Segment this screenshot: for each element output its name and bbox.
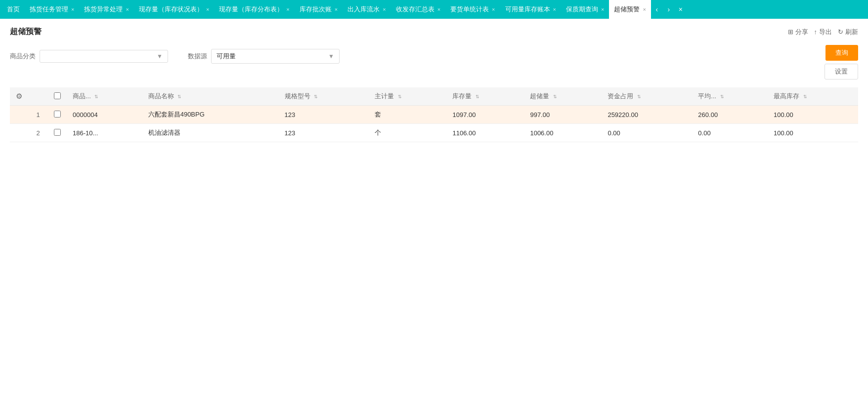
row-checkbox[interactable] xyxy=(54,111,61,118)
sort-icon[interactable]: ⇅ xyxy=(720,94,724,99)
datasource-filter: 数据源 可用量 ▼ xyxy=(188,49,340,64)
close-icon[interactable]: × xyxy=(335,6,338,12)
header-actions: ⊞ 分享 ↑ 导出 ↻ 刷新 xyxy=(788,28,859,37)
page-header: 超储预警 ⊞ 分享 ↑ 导出 ↻ 刷新 xyxy=(10,27,858,37)
sort-icon[interactable]: ⇅ xyxy=(476,94,479,99)
nav-tab-inventory-dist[interactable]: 现存量（库存分布表） × xyxy=(214,0,294,19)
row-spec: 123 xyxy=(279,106,369,124)
nav-tab-flow[interactable]: 出入库流水 × xyxy=(343,0,391,19)
row-stock: 1106.00 xyxy=(446,124,524,142)
chevron-down-icon: ▼ xyxy=(328,53,334,60)
close-icon[interactable]: × xyxy=(437,6,440,12)
close-icon[interactable]: × xyxy=(206,6,209,12)
nav-tab-summary[interactable]: 收发存汇总表 × xyxy=(391,0,445,19)
row-stock: 1097.00 xyxy=(446,106,524,124)
share-icon: ⊞ xyxy=(788,28,793,36)
row-product-name: 六配套新昌490BPG xyxy=(142,106,279,124)
close-icon[interactable]: × xyxy=(643,6,646,12)
gear-icon[interactable]: ⚙ xyxy=(16,92,22,100)
nav-tab-available[interactable]: 可用量库存账本 × xyxy=(500,0,561,19)
sort-icon[interactable]: ⇅ xyxy=(94,94,98,99)
th-over-stock: 超储量 ⇅ xyxy=(524,87,602,106)
row-over-stock: 997.00 xyxy=(524,106,602,124)
nav-tab-overstock[interactable]: 超储预警 × xyxy=(609,0,651,19)
export-icon: ↑ xyxy=(814,28,818,36)
row-check xyxy=(48,124,67,142)
sort-icon[interactable]: ⇅ xyxy=(398,94,402,99)
category-select[interactable]: ▼ xyxy=(40,50,168,63)
row-product-code: 186-10... xyxy=(67,124,142,142)
row-gear xyxy=(10,106,28,124)
th-num xyxy=(28,87,48,106)
datasource-select[interactable]: 可用量 ▼ xyxy=(211,49,340,64)
row-capital: 0.00 xyxy=(602,124,692,142)
page-content: 超储预警 ⊞ 分享 ↑ 导出 ↻ 刷新 商品分类 ▼ xyxy=(0,19,868,395)
th-gear: ⚙ xyxy=(10,87,28,106)
nav-tab-inventory-status[interactable]: 现存量（库存状况表） × xyxy=(134,0,214,19)
th-max-stock: 最高库存 ⇅ xyxy=(768,87,858,106)
nav-tab-home[interactable]: 首页 xyxy=(2,0,25,19)
nav-tab-requisition[interactable]: 要货单统计表 × xyxy=(445,0,500,19)
share-button[interactable]: ⊞ 分享 xyxy=(788,28,808,37)
close-icon[interactable]: × xyxy=(553,6,556,12)
th-stock: 库存量 ⇅ xyxy=(446,87,524,106)
nav-tab-expiry[interactable]: 保质期查询 × xyxy=(561,0,609,19)
th-check xyxy=(48,87,67,106)
sort-icon[interactable]: ⇅ xyxy=(637,94,641,99)
page-title: 超储预警 xyxy=(10,27,42,37)
th-avg: 平均... ⇅ xyxy=(692,87,768,106)
datasource-label: 数据源 xyxy=(188,52,207,61)
sort-icon[interactable]: ⇅ xyxy=(177,94,181,99)
row-max-stock: 100.00 xyxy=(768,106,858,124)
row-avg: 260.00 xyxy=(692,106,768,124)
close-icon[interactable]: × xyxy=(383,6,386,12)
nav-close-arrow[interactable]: × xyxy=(675,0,687,19)
nav-tab-exception[interactable]: 拣货异常处理 × xyxy=(79,0,133,19)
row-max-stock: 100.00 xyxy=(768,124,858,142)
nav-next-arrow[interactable]: › xyxy=(663,0,675,19)
refresh-button[interactable]: ↻ 刷新 xyxy=(838,28,858,37)
close-icon[interactable]: × xyxy=(286,6,289,12)
close-icon[interactable]: × xyxy=(601,6,604,12)
row-over-stock: 1006.00 xyxy=(524,124,602,142)
nav-tab-batch[interactable]: 库存批次账 × xyxy=(295,0,343,19)
row-unit: 个 xyxy=(369,124,446,142)
row-product-name: 机油滤清器 xyxy=(142,124,279,142)
settings-button[interactable]: 设置 xyxy=(825,64,858,79)
th-spec: 规格型号 ⇅ xyxy=(279,87,369,106)
datasource-value: 可用量 xyxy=(217,52,236,61)
refresh-icon: ↻ xyxy=(838,28,843,36)
close-icon[interactable]: × xyxy=(71,6,74,12)
table-row: 1 0000004 六配套新昌490BPG 123 套 1097.00 997.… xyxy=(10,106,858,124)
select-all-checkbox[interactable] xyxy=(54,92,61,99)
top-nav: 首页 拣货任务管理 × 拣货异常处理 × 现存量（库存状况表） × 现存量（库存… xyxy=(0,0,868,19)
chevron-down-icon: ▼ xyxy=(157,53,163,60)
th-product-code: 商品... ⇅ xyxy=(67,87,142,106)
close-icon[interactable]: × xyxy=(492,6,495,12)
sort-icon[interactable]: ⇅ xyxy=(553,94,557,99)
sort-icon[interactable]: ⇅ xyxy=(314,94,318,99)
export-button[interactable]: ↑ 导出 xyxy=(814,28,832,37)
nav-prev-arrow[interactable]: ‹ xyxy=(651,0,663,19)
th-unit: 主计量 ⇅ xyxy=(369,87,446,106)
row-unit: 套 xyxy=(369,106,446,124)
row-product-code: 0000004 xyxy=(67,106,142,124)
query-button[interactable]: 查询 xyxy=(825,45,858,61)
data-table: ⚙ 商品... ⇅ 商品名称 ⇅ 规格型号 ⇅ xyxy=(10,87,858,142)
row-gear xyxy=(10,124,28,142)
sort-icon[interactable]: ⇅ xyxy=(803,94,807,99)
th-capital: 资金占用 ⇅ xyxy=(602,87,692,106)
table-row: 2 186-10... 机油滤清器 123 个 1106.00 1006.00 … xyxy=(10,124,858,142)
category-label: 商品分类 xyxy=(10,52,36,61)
close-icon[interactable]: × xyxy=(126,6,129,12)
filter-actions: 查询 设置 xyxy=(825,45,858,79)
row-checkbox[interactable] xyxy=(54,129,61,136)
row-num: 2 xyxy=(28,124,48,142)
category-filter: 商品分类 ▼ xyxy=(10,50,168,63)
th-product-name: 商品名称 ⇅ xyxy=(142,87,279,106)
nav-tab-task[interactable]: 拣货任务管理 × xyxy=(25,0,79,19)
row-num: 1 xyxy=(28,106,48,124)
row-capital: 259220.00 xyxy=(602,106,692,124)
row-check xyxy=(48,106,67,124)
row-spec: 123 xyxy=(279,124,369,142)
